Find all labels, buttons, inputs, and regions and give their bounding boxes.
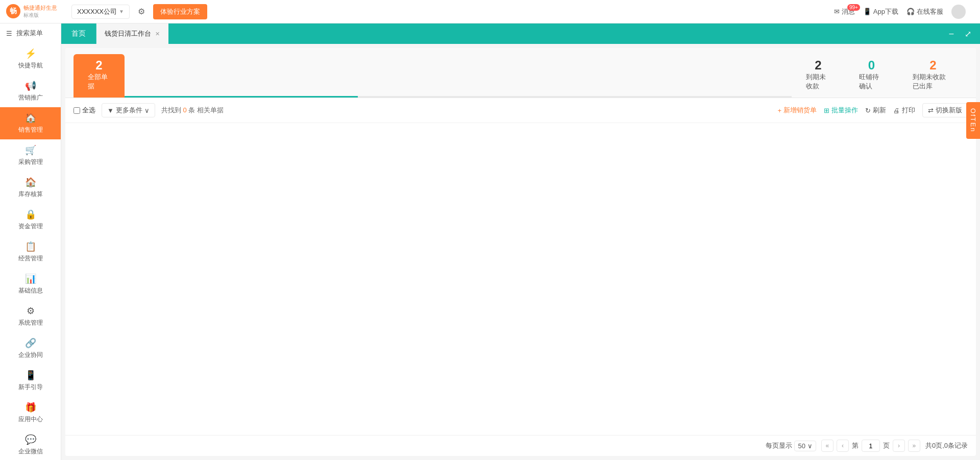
total-info: 共0页,0条记录: [925, 441, 968, 450]
app-download-button[interactable]: 📱 App下载: [863, 7, 898, 16]
per-page-selector[interactable]: 50 ∨: [794, 441, 816, 451]
online-service-button[interactable]: 🎧 在线客服: [906, 7, 943, 16]
tab-maximize-icon[interactable]: ⤢: [962, 28, 974, 40]
found-unit: 条: [188, 106, 195, 114]
refresh-icon: ↻: [865, 107, 871, 114]
per-page-label: 每页显示: [766, 441, 792, 450]
found-count: 0: [183, 106, 187, 114]
page-size-select: 每页显示 50 ∨: [766, 441, 816, 451]
service-icon: 🎧: [906, 8, 915, 15]
print-label: 打印: [902, 106, 915, 115]
sidebar-item-sales[interactable]: 🏠 销售管理: [0, 107, 61, 139]
switch-label: 切换新版: [936, 106, 962, 115]
filter-button[interactable]: ▼ 更多条件 ∨: [102, 103, 155, 117]
filter-icon: ▼: [107, 107, 114, 114]
switch-version-button[interactable]: ⇄ 切换新版: [922, 103, 968, 117]
sidebar-label-capital: 资金管理: [18, 222, 43, 231]
switch-icon: ⇄: [928, 107, 934, 114]
guide-icon: 📱: [25, 370, 36, 381]
first-page-button[interactable]: «: [821, 440, 834, 452]
sidebar-item-operations[interactable]: 📋 经营管理: [0, 236, 61, 268]
sidebar-item-app-center[interactable]: 🎁 应用中心: [0, 397, 61, 429]
system-icon: ⚙: [27, 305, 35, 317]
found-info: 共找到 0 条 相关单据: [161, 106, 224, 115]
print-button[interactable]: 🖨 打印: [893, 106, 915, 115]
trial-button[interactable]: 体验行业方案: [153, 4, 207, 19]
sidebar-item-capital[interactable]: 🔒 资金管理: [0, 204, 61, 236]
content-area: 2 全部单据 2 到期未收款 0 旺铺待确认 2: [65, 48, 976, 456]
found-suffix: 相关单据: [197, 106, 224, 114]
sidebar-label-system: 系统管理: [18, 319, 43, 327]
operations-icon: 📋: [25, 241, 36, 252]
top-bar-right: ✉ 消息 99+ 📱 App下载 🎧 在线客服: [834, 5, 974, 19]
stat-tab-all[interactable]: 2 全部单据: [74, 54, 125, 98]
sidebar-item-system[interactable]: ⚙ 系统管理: [0, 300, 61, 332]
company-selector[interactable]: XXXXXX公司 ▼: [71, 5, 130, 19]
progress-indicator: [125, 54, 792, 98]
company-dropdown-arrow: ▼: [119, 9, 124, 14]
app-center-icon: 🎁: [25, 402, 36, 413]
filter-dropdown-icon: ∨: [144, 107, 150, 114]
batch-label: 批量操作: [831, 106, 858, 115]
company-name: XXXXXX公司: [77, 7, 117, 16]
sidebar-item-marketing[interactable]: 📢 营销推广: [0, 75, 61, 107]
refresh-label: 刷新: [873, 106, 886, 115]
sidebar-item-basic-info[interactable]: 📊 基础信息: [0, 268, 61, 300]
prev-page-button[interactable]: ‹: [837, 440, 849, 452]
last-page-button[interactable]: »: [908, 440, 920, 452]
logo-icon: 畅: [6, 4, 20, 18]
filter-label: 更多条件: [116, 106, 142, 115]
stat-tab-overdue-stock[interactable]: 2 到期未收款 已出库: [898, 54, 968, 98]
stats-tabs: 2 全部单据 2 到期未收款 0 旺铺待确认 2: [65, 48, 976, 98]
batch-operation-button[interactable]: ⊞ 批量操作: [824, 106, 858, 115]
tab-close-icon[interactable]: ✕: [155, 31, 160, 37]
sidebar-item-search-menu[interactable]: ☰ 搜索菜单: [0, 23, 61, 43]
page-number-input[interactable]: [862, 440, 880, 452]
wechat-icon: 💬: [25, 434, 36, 445]
last-page-icon: »: [913, 442, 916, 449]
stat-tab-pending[interactable]: 0 旺铺待确认: [845, 54, 898, 98]
sidebar-item-purchase[interactable]: 🛒 采购管理: [0, 139, 61, 172]
stat-label-all: 全部单据: [88, 72, 110, 91]
sidebar-item-wechat[interactable]: 💬 企业微信: [0, 429, 61, 460]
per-page-arrow: ∨: [807, 442, 813, 450]
sidebar-label-quick-nav: 快捷导航: [18, 61, 43, 70]
next-page-icon: ›: [898, 442, 900, 449]
select-all-label: 全选: [82, 106, 95, 115]
tab-cashflow[interactable]: 钱货日清工作台 ✕: [96, 23, 168, 44]
sidebar-item-enterprise[interactable]: 🔗 企业协同: [0, 332, 61, 365]
main-content: 首页 钱货日清工作台 ✕ – ⤢ 2 全部单据: [61, 23, 980, 460]
sidebar-item-inventory[interactable]: 🏠 库存核算: [0, 172, 61, 204]
toolbar: 全选 ▼ 更多条件 ∨ 共找到 0 条 相关单据 + 新增销货单: [65, 98, 976, 123]
sidebar-label-enterprise: 企业协同: [18, 351, 43, 359]
refresh-button[interactable]: ↻ 刷新: [865, 106, 886, 115]
inventory-icon: 🏠: [25, 177, 36, 188]
sidebar-label-purchase: 采购管理: [18, 158, 43, 166]
tab-home[interactable]: 首页: [61, 23, 96, 44]
quick-nav-icon: ⚡: [25, 48, 36, 59]
user-avatar[interactable]: [951, 5, 966, 19]
basic-info-icon: 📊: [25, 273, 36, 284]
settings-icon[interactable]: ⚙: [134, 4, 149, 19]
select-all-checkbox[interactable]: 全选: [74, 106, 95, 115]
stat-label-overdue: 到期未收款: [806, 72, 830, 91]
sidebar-label-guide: 新手引导: [18, 383, 43, 392]
enterprise-icon: 🔗: [25, 337, 36, 349]
often-tag[interactable]: OfTEn: [966, 102, 980, 139]
table-area: [65, 123, 976, 435]
sidebar-item-guide[interactable]: 📱 新手引导: [0, 365, 61, 397]
select-all-input[interactable]: [74, 107, 80, 114]
pagination-bar: 每页显示 50 ∨ « ‹ 第 页: [65, 435, 976, 456]
first-page-icon: «: [826, 442, 829, 449]
toolbar-right: + 新增销货单 ⊞ 批量操作 ↻ 刷新 🖨 打印: [777, 103, 968, 117]
add-label: 新增销货单: [783, 106, 817, 115]
stat-tab-overdue[interactable]: 2 到期未收款: [792, 54, 845, 98]
add-sale-button[interactable]: + 新增销货单: [777, 106, 817, 115]
next-page-button[interactable]: ›: [893, 440, 905, 452]
message-icon: ✉: [834, 8, 840, 15]
message-badge: 99+: [847, 4, 860, 11]
tab-minimize-icon[interactable]: –: [945, 28, 958, 40]
sidebar-label-app-center: 应用中心: [18, 415, 43, 424]
sidebar-item-quick-nav[interactable]: ⚡ 快捷导航: [0, 43, 61, 75]
message-button[interactable]: ✉ 消息 99+: [834, 7, 855, 16]
